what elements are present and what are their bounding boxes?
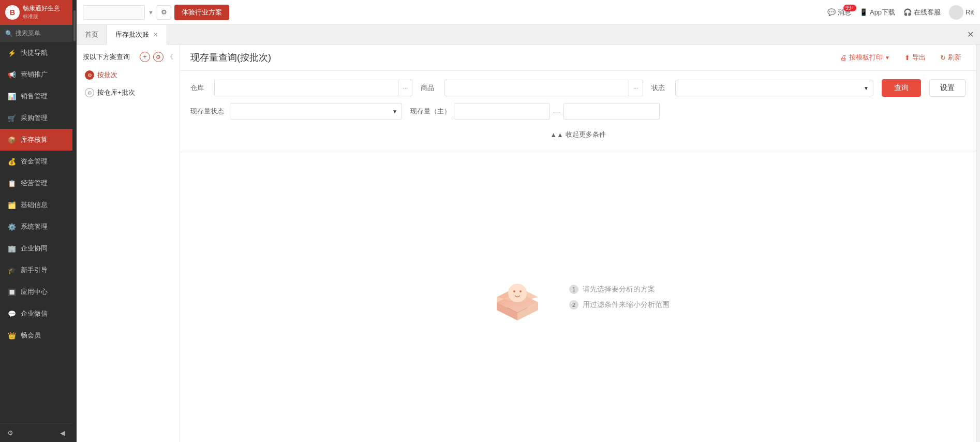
product-input-container: ···	[444, 80, 643, 96]
sidebar: B 畅康通好生意 标准版 🔍 搜索菜单 ⚡ 快捷导航 📢 营销推广 📊 销售管理…	[0, 0, 72, 442]
collapse-up-icon: ▲▲	[550, 131, 563, 139]
plan-label-warehouse-batch: 按仓库+批次	[97, 88, 135, 97]
sidebar-item-inventory[interactable]: 📦 库存核算	[0, 129, 72, 151]
plan-item-warehouse-batch[interactable]: ⚙ 按仓库+批次	[77, 84, 180, 101]
right-scrollbar[interactable]	[976, 45, 980, 442]
warehouse-input[interactable]	[215, 84, 398, 92]
panel-title: 按以下方案查询	[83, 52, 130, 62]
plan-settings-btn[interactable]: ⚙	[153, 52, 164, 62]
nav-label-quick-nav: 快捷导航	[21, 48, 48, 57]
inventory-amount-separator: —	[553, 107, 560, 115]
inventory-status-dropdown-icon: ▼	[392, 109, 397, 114]
collapse-icon[interactable]: ◀	[60, 429, 65, 437]
tip-text-1: 请先选择要分析的方案	[583, 285, 655, 294]
collapse-label: 收起更多条件	[566, 130, 606, 139]
inventory-amount-from-input[interactable]	[454, 103, 550, 120]
messages-btn[interactable]: 💬 消息 99+	[827, 8, 851, 17]
print-dropdown-icon: ▼	[885, 55, 890, 61]
sidebar-scroll-thumb	[73, 10, 76, 41]
topbar-gear-btn[interactable]: ⚙	[157, 5, 171, 20]
sidebar-item-operations[interactable]: 📋 经营管理	[0, 172, 72, 194]
topbar-chevron-icon: ▼	[148, 9, 154, 16]
left-panel: 按以下方案查询 + ⚙ 《 ⚙ 按批次 ⚙ 按仓库+批次	[77, 45, 180, 442]
svg-point-7	[519, 290, 522, 292]
tip-text-2: 用过滤条件来缩小分析范围	[583, 300, 670, 310]
print-icon: 🖨	[840, 54, 847, 62]
filter-settings-btn[interactable]: 设置	[929, 79, 966, 97]
nav-label-appstore: 应用中心	[21, 287, 48, 297]
filter-row-2: 现存量状态 ▼ 现存量（主） —	[190, 103, 966, 120]
phone-icon: 📱	[859, 8, 868, 16]
page-content: 按以下方案查询 + ⚙ 《 ⚙ 按批次 ⚙ 按仓库+批次 现存量查询(按批次)	[77, 45, 980, 442]
sidebar-scrollbar[interactable]	[72, 0, 77, 442]
nav-label-finance: 资金管理	[21, 157, 48, 166]
user-area[interactable]: Rit	[949, 5, 974, 20]
tabbar: 首页 库存批次账 ✕ ✕	[77, 25, 980, 45]
query-btn[interactable]: 查询	[882, 79, 921, 97]
nav-label-operations: 经营管理	[21, 179, 48, 188]
svg-point-5	[508, 284, 527, 302]
tab-home-label: 首页	[85, 30, 98, 39]
topbar-left: ▼ ⚙ 体验行业方案	[83, 5, 822, 20]
tab-home[interactable]: 首页	[77, 25, 107, 45]
nav-label-inventory: 库存核算	[21, 135, 48, 144]
search-label: 搜索菜单	[16, 29, 40, 38]
svg-point-6	[513, 290, 515, 292]
page-title: 现存量查询(按批次)	[190, 51, 271, 64]
product-more-btn[interactable]: ···	[629, 80, 643, 96]
tab-area-close[interactable]: ✕	[961, 25, 980, 44]
product-field: 商品 ···	[421, 80, 643, 96]
sidebar-item-marketing[interactable]: 📢 营销推广	[0, 64, 72, 85]
add-plan-btn[interactable]: +	[140, 52, 150, 62]
nav-icon-marketing: 📢	[7, 70, 17, 79]
online-service-btn[interactable]: 🎧 在线客服	[903, 8, 941, 17]
refresh-btn[interactable]: ↻ 刷新	[936, 51, 966, 64]
close-icon[interactable]: ✕	[967, 30, 974, 39]
empty-tip-2: 2 用过滤条件来缩小分析范围	[569, 300, 670, 310]
sidebar-search[interactable]: 🔍 搜索菜单	[0, 25, 72, 42]
left-panel-header: 按以下方案查询 + ⚙ 《	[77, 50, 180, 66]
sidebar-item-system[interactable]: ⚙️ 系统管理	[0, 216, 72, 238]
sidebar-item-newbie[interactable]: 🎓 新手引导	[0, 259, 72, 281]
inventory-status-select[interactable]: ▼	[230, 103, 402, 120]
try-industry-btn[interactable]: 体验行业方案	[174, 5, 229, 20]
online-service-label: 在线客服	[914, 8, 941, 17]
app-download-btn[interactable]: 📱 App下载	[859, 8, 895, 17]
topbar-search-input[interactable]	[83, 5, 145, 20]
tab-close-btn[interactable]: ✕	[153, 31, 158, 38]
nav-icon-appstore: 🔲	[7, 287, 17, 297]
plan-label-batch: 按批次	[97, 70, 117, 80]
sidebar-item-finance[interactable]: 💰 资金管理	[0, 151, 72, 172]
nav-icon-finance: 💰	[7, 157, 17, 166]
sidebar-item-vip[interactable]: 👑 畅会员	[0, 325, 72, 346]
tab-inventory-batch[interactable]: 库存批次账 ✕	[107, 25, 167, 45]
sidebar-item-quick-nav[interactable]: ⚡ 快捷导航	[0, 42, 72, 64]
empty-tip-1: 1 请先选择要分析的方案	[569, 285, 670, 294]
refresh-label: 刷新	[948, 53, 961, 62]
panel-collapse-btn[interactable]: 《	[167, 52, 173, 62]
sidebar-header: B 畅康通好生意 标准版	[0, 0, 72, 25]
sidebar-footer: ⚙ ◀	[0, 423, 72, 442]
collapse-more-btn[interactable]: ▲▲ 收起更多条件	[190, 126, 966, 143]
inventory-status-label: 现存量状态	[190, 107, 227, 116]
sidebar-item-basics[interactable]: 🗂️ 基础信息	[0, 194, 72, 216]
plan-item-batch[interactable]: ⚙ 按批次	[77, 66, 180, 84]
sidebar-item-sales[interactable]: 📊 销售管理	[0, 85, 72, 107]
plan-icon-batch: ⚙	[85, 70, 94, 80]
sidebar-item-wechat[interactable]: 💬 企业微信	[0, 303, 72, 325]
status-select[interactable]: ▼	[675, 80, 873, 96]
export-btn[interactable]: ⬆ 导出	[900, 51, 930, 64]
print-btn[interactable]: 🖨 按模板打印 ▼	[836, 51, 894, 64]
product-input[interactable]	[445, 84, 628, 92]
sidebar-item-purchase[interactable]: 🛒 采购管理	[0, 107, 72, 129]
nav-icon-inventory: 📦	[7, 135, 17, 144]
settings-icon[interactable]: ⚙	[7, 429, 13, 437]
inventory-amount-to-input[interactable]	[563, 103, 660, 120]
empty-content: 1 请先选择要分析的方案 2 用过滤条件来缩小分析范围	[486, 266, 670, 328]
sidebar-item-enterprise[interactable]: 🏢 企业协同	[0, 238, 72, 259]
sidebar-item-appstore[interactable]: 🔲 应用中心	[0, 281, 72, 303]
product-label: 商品	[421, 83, 441, 93]
status-dropdown-icon: ▼	[864, 85, 869, 91]
warehouse-more-btn[interactable]: ···	[398, 80, 412, 96]
nav-label-marketing: 营销推广	[21, 70, 48, 79]
